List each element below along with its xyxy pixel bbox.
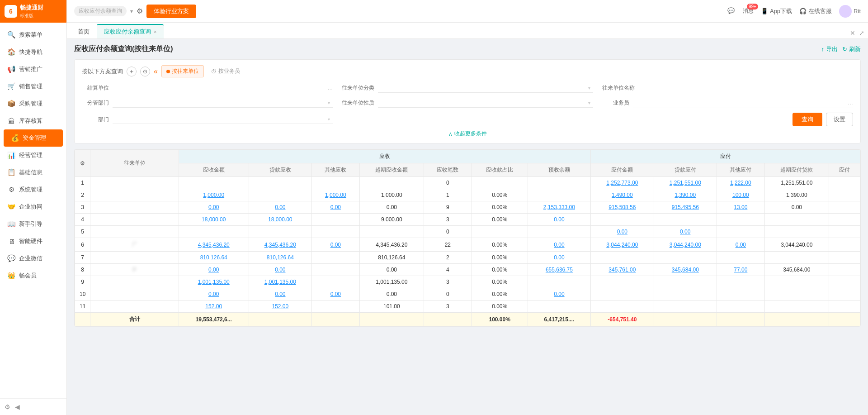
sidebar-item-wechat[interactable]: 💬 企业微信 bbox=[0, 250, 66, 267]
row-ap-other[interactable] bbox=[717, 214, 765, 226]
tab-close-window-icon[interactable]: ✕ bbox=[850, 29, 855, 37]
sidebar-item-quicknav[interactable]: 🏠 快捷导航 bbox=[0, 43, 66, 61]
sidebar-item-inventory[interactable]: 🏛 库存核算 bbox=[0, 112, 66, 129]
row-prepay[interactable] bbox=[528, 276, 590, 288]
row-ar-loan[interactable]: 4,345,436.20 bbox=[249, 238, 311, 252]
row-ap-other[interactable] bbox=[717, 252, 765, 264]
sidebar-item-guide[interactable]: 📖 新手引导 bbox=[0, 215, 66, 233]
tab-balance[interactable]: 应收应付余额查询 × bbox=[97, 24, 164, 38]
sidebar-item-purchase[interactable]: 📦 采购管理 bbox=[0, 95, 66, 112]
row-prepay[interactable]: 0.00 bbox=[528, 238, 590, 252]
solution-button[interactable]: 体验行业方案 bbox=[146, 5, 196, 18]
query-button[interactable]: 查询 bbox=[793, 113, 822, 126]
row-ap-amount[interactable] bbox=[591, 214, 654, 226]
sidebar-item-system[interactable]: ⚙ 系统管理 bbox=[0, 181, 66, 198]
row-ar-loan[interactable]: 18,000.00 bbox=[249, 214, 311, 226]
row-ar-other[interactable]: 0.00 bbox=[312, 201, 360, 214]
row-ap-other[interactable]: 77.00 bbox=[717, 264, 765, 276]
row-ap-amount[interactable] bbox=[591, 301, 654, 313]
sidebar-item-marketing[interactable]: 📢 营销推广 bbox=[0, 61, 66, 78]
row-ar-loan[interactable]: 0.00 bbox=[249, 288, 311, 301]
sidebar-item-hardware[interactable]: 🖥 智能硬件 bbox=[0, 233, 66, 250]
row-ar-other[interactable] bbox=[312, 252, 360, 264]
partner-category-select[interactable]: ▾ bbox=[378, 84, 593, 93]
download-item[interactable]: 📱 App下载 bbox=[761, 7, 792, 15]
filter-add-button[interactable]: + bbox=[127, 67, 137, 76]
user-item[interactable]: Rit bbox=[839, 5, 861, 18]
row-ap-loan[interactable]: 1,251,551.00 bbox=[654, 177, 717, 189]
row-ap-other[interactable]: 0.00 bbox=[717, 238, 765, 252]
row-ar-other[interactable] bbox=[312, 264, 360, 276]
filter-scheme-inactive[interactable]: ⏱ 按业务员 bbox=[208, 66, 244, 77]
filter-scheme-button[interactable]: ⊙ bbox=[140, 67, 150, 76]
row-prepay[interactable] bbox=[528, 301, 590, 313]
refresh-button[interactable]: ↻ 刷新 bbox=[842, 45, 861, 53]
settlement-dots-icon[interactable]: … bbox=[327, 85, 333, 91]
row-ar-loan[interactable]: 0.00 bbox=[249, 264, 311, 276]
row-ar-loan[interactable]: 152.00 bbox=[249, 301, 311, 313]
partner-name-input[interactable] bbox=[638, 83, 853, 93]
row-ar-amount[interactable]: 18,000.00 bbox=[179, 214, 249, 226]
row-prepay[interactable] bbox=[528, 226, 590, 238]
row-ap-amount[interactable]: 0.00 bbox=[591, 226, 654, 238]
row-prepay[interactable] bbox=[528, 177, 590, 189]
export-button[interactable]: ↑ 导出 bbox=[821, 45, 838, 53]
row-prepay[interactable] bbox=[528, 189, 590, 201]
row-ap-other[interactable] bbox=[717, 301, 765, 313]
row-ar-amount[interactable] bbox=[179, 177, 249, 189]
row-ap-loan[interactable] bbox=[654, 288, 717, 301]
row-ar-amount[interactable]: 152.00 bbox=[179, 301, 249, 313]
row-prepay[interactable]: 655,636.75 bbox=[528, 264, 590, 276]
row-ap-loan[interactable] bbox=[654, 214, 717, 226]
salesperson-input[interactable] bbox=[633, 98, 846, 108]
sidebar-item-sales[interactable]: 🛒 销售管理 bbox=[0, 78, 66, 95]
row-ar-loan[interactable] bbox=[249, 189, 311, 201]
row-ar-loan[interactable] bbox=[249, 226, 311, 238]
set-button[interactable]: 设置 bbox=[826, 113, 853, 126]
row-ap-loan[interactable] bbox=[654, 252, 717, 264]
support-item[interactable]: 🎧 在线客服 bbox=[799, 7, 832, 15]
row-ap-amount[interactable]: 1,252,773.00 bbox=[591, 177, 654, 189]
collapse-icon[interactable]: ◀ bbox=[15, 403, 20, 410]
row-ar-amount[interactable] bbox=[179, 226, 249, 238]
row-ar-amount[interactable]: 0.00 bbox=[179, 288, 249, 301]
row-prepay[interactable]: 2,153,333.00 bbox=[528, 201, 590, 214]
row-ar-amount[interactable]: 1,001,135.00 bbox=[179, 276, 249, 288]
row-ar-amount[interactable]: 0.00 bbox=[179, 201, 249, 214]
row-ar-amount[interactable]: 810,126.64 bbox=[179, 252, 249, 264]
row-ar-other[interactable] bbox=[312, 226, 360, 238]
row-ar-other[interactable] bbox=[312, 214, 360, 226]
row-ap-amount[interactable] bbox=[591, 276, 654, 288]
notification-badge[interactable]: 💬 99+ 消息 bbox=[727, 7, 754, 15]
topbar-settings-icon[interactable]: ⚙ bbox=[137, 7, 143, 15]
row-prepay[interactable]: 0.00 bbox=[528, 252, 590, 264]
row-ar-other[interactable] bbox=[312, 276, 360, 288]
row-ap-other[interactable] bbox=[717, 288, 765, 301]
row-ar-amount[interactable]: 4,345,436.20 bbox=[179, 238, 249, 252]
row-ar-loan[interactable]: 1,001,135.00 bbox=[249, 276, 311, 288]
row-ap-other[interactable] bbox=[717, 276, 765, 288]
row-ap-loan[interactable]: 345,684.00 bbox=[654, 264, 717, 276]
row-ap-amount[interactable] bbox=[591, 252, 654, 264]
row-ap-loan[interactable]: 0.00 bbox=[654, 226, 717, 238]
settlement-input[interactable] bbox=[113, 83, 326, 93]
tab-home[interactable]: 首页 bbox=[71, 25, 97, 38]
row-ap-amount[interactable]: 3,044,240.00 bbox=[591, 238, 654, 252]
row-ar-loan[interactable]: 0.00 bbox=[249, 201, 311, 214]
sidebar-item-cooperation[interactable]: 🤝 企业协同 bbox=[0, 198, 66, 215]
row-ap-loan[interactable]: 3,044,240.00 bbox=[654, 238, 717, 252]
table-settings-col[interactable]: ⚙ bbox=[75, 150, 90, 177]
row-ar-other[interactable] bbox=[312, 301, 360, 313]
partner-nature-select[interactable]: ▾ bbox=[378, 99, 593, 108]
row-ar-other[interactable]: 1,000.00 bbox=[312, 189, 360, 201]
sidebar-item-finance[interactable]: 💰 资金管理 bbox=[4, 129, 63, 147]
tab-expand-icon[interactable]: ⤢ bbox=[859, 29, 864, 37]
tab-close-icon[interactable]: × bbox=[154, 29, 156, 34]
row-ar-loan[interactable] bbox=[249, 177, 311, 189]
row-ar-other[interactable] bbox=[312, 177, 360, 189]
dept-select[interactable]: ▾ bbox=[113, 99, 333, 108]
row-ap-amount[interactable]: 915,508.56 bbox=[591, 201, 654, 214]
topbar-dropdown-icon[interactable]: ▾ bbox=[130, 8, 133, 14]
row-ap-other[interactable] bbox=[717, 226, 765, 238]
row-ap-other[interactable]: 100.00 bbox=[717, 189, 765, 201]
